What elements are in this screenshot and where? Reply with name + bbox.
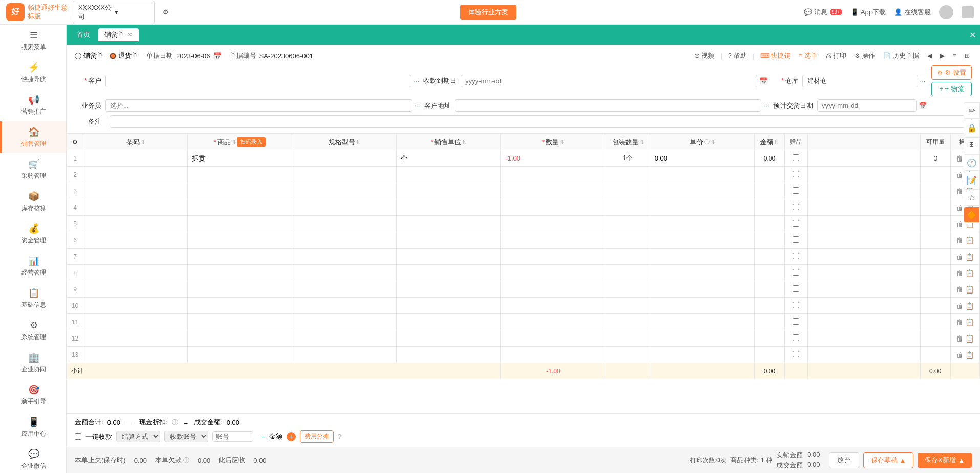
row-barcode[interactable]	[83, 183, 188, 199]
row-barcode[interactable]	[83, 265, 188, 281]
row-unit[interactable]	[397, 330, 501, 347]
row-barcode[interactable]	[83, 281, 188, 298]
row-gift[interactable]	[785, 314, 808, 330]
float-star[interactable]: ☆	[964, 189, 980, 206]
sidebar-item-guide[interactable]: 🎯 新手引导	[0, 379, 66, 411]
delete-icon[interactable]: 🗑	[956, 351, 963, 359]
company-selector[interactable]: XXXXXX公司 ▾	[73, 1, 155, 24]
delete-icon[interactable]: 🗑	[956, 154, 963, 163]
row-spec[interactable]	[292, 183, 397, 199]
sidebar-item-marketing[interactable]: 📢 营销推广	[0, 89, 66, 121]
copy-icon[interactable]: 📋	[965, 236, 974, 244]
radio-return[interactable]: 退货单	[110, 51, 138, 60]
row-price[interactable]	[650, 265, 754, 281]
row-qty[interactable]	[501, 347, 605, 363]
row-qty[interactable]	[501, 265, 605, 281]
row-amount[interactable]	[754, 232, 784, 249]
row-barcode[interactable]	[83, 347, 188, 363]
nav-next-btn[interactable]: ▶	[938, 51, 947, 60]
row-unit[interactable]	[397, 314, 501, 330]
row-unit[interactable]	[397, 232, 501, 249]
row-qty[interactable]	[501, 199, 605, 216]
online-service-button[interactable]: 👤 在线客服	[894, 8, 931, 17]
row-product[interactable]	[188, 216, 292, 232]
copy-icon[interactable]: 📋	[965, 269, 974, 277]
row-pack-qty[interactable]	[605, 232, 650, 249]
row-price[interactable]	[650, 167, 754, 183]
row-gift[interactable]	[785, 183, 808, 199]
row-barcode[interactable]	[83, 216, 188, 232]
setting-button[interactable]: ⚙ ⚙ 设置	[931, 65, 972, 80]
help-btn[interactable]: ? 帮助	[726, 50, 749, 61]
float-clock[interactable]: 🕐	[964, 154, 980, 171]
sidebar-item-enterprise[interactable]: 🏢 企业协同	[0, 347, 66, 379]
row-amount[interactable]	[754, 281, 784, 298]
row-amount[interactable]	[754, 216, 784, 232]
row-barcode[interactable]	[83, 150, 188, 167]
row-spec[interactable]	[292, 199, 397, 216]
row-gift[interactable]	[785, 347, 808, 363]
salesperson-input[interactable]	[105, 99, 412, 112]
row-spec[interactable]	[292, 330, 397, 347]
operations-btn[interactable]: ⚙ 操作	[853, 50, 877, 61]
th-settings[interactable]: ⚙	[67, 134, 83, 150]
row-unit[interactable]	[397, 347, 501, 363]
copy-icon[interactable]: 📋	[965, 318, 974, 326]
row-price[interactable]	[650, 232, 754, 249]
row-qty[interactable]	[501, 314, 605, 330]
row-qty[interactable]	[501, 330, 605, 347]
delete-icon[interactable]: 🗑	[956, 253, 963, 261]
row-unit[interactable]	[397, 216, 501, 232]
nav-prev-btn[interactable]: ◀	[925, 51, 934, 60]
row-product[interactable]	[188, 330, 292, 347]
print-btn[interactable]: 🖨 打印	[823, 50, 848, 61]
row-unit[interactable]	[397, 265, 501, 281]
expected-delivery-input[interactable]	[817, 99, 917, 112]
row-qty[interactable]	[501, 232, 605, 249]
float-action[interactable]: 🔶	[964, 207, 980, 223]
row-qty[interactable]	[501, 167, 605, 183]
row-product[interactable]	[188, 281, 292, 298]
row-pack-qty[interactable]	[605, 167, 650, 183]
row-gift[interactable]	[785, 281, 808, 298]
account-dots-icon[interactable]: ···	[259, 433, 265, 440]
row-unit[interactable]	[397, 167, 501, 183]
row-gift[interactable]	[785, 249, 808, 265]
row-amount[interactable]	[754, 347, 784, 363]
row-spec[interactable]	[292, 281, 397, 298]
salesperson-dots-icon[interactable]: ···	[415, 102, 420, 109]
row-pack-qty[interactable]	[605, 314, 650, 330]
row-qty[interactable]	[501, 249, 605, 265]
row-product[interactable]	[188, 183, 292, 199]
row-barcode[interactable]	[83, 167, 188, 183]
radio-sale[interactable]: 销货单	[75, 51, 103, 60]
row-gift[interactable]	[785, 298, 808, 314]
row-pack-qty[interactable]	[605, 249, 650, 265]
row-unit[interactable]	[397, 183, 501, 199]
row-pack-qty[interactable]: 1个	[605, 150, 650, 167]
trial-button[interactable]: 体验行业方案	[460, 5, 516, 20]
abandon-button[interactable]: 放弃	[829, 452, 859, 468]
row-amount[interactable]	[754, 298, 784, 314]
sidebar-item-app-center[interactable]: 📱 应用中心	[0, 411, 66, 443]
sidebar-item-purchase[interactable]: 🛒 采购管理	[0, 153, 66, 186]
sidebar-item-wechat[interactable]: 💬 企业微信	[0, 443, 66, 473]
row-pack-qty[interactable]	[605, 281, 650, 298]
row-amount[interactable]	[754, 167, 784, 183]
row-spec[interactable]	[292, 216, 397, 232]
row-amount[interactable]	[754, 265, 784, 281]
row-gift[interactable]	[785, 167, 808, 183]
row-barcode[interactable]	[83, 298, 188, 314]
row-price[interactable]	[650, 150, 754, 167]
addr-dots-icon[interactable]: ···	[764, 102, 769, 109]
row-qty[interactable]	[501, 183, 605, 199]
discount-info-icon[interactable]: ⓘ	[172, 418, 178, 427]
row-barcode[interactable]	[83, 199, 188, 216]
row-amount[interactable]	[754, 330, 784, 347]
account-input[interactable]	[212, 431, 253, 442]
delete-icon[interactable]: 🗑	[956, 285, 963, 294]
row-qty[interactable]	[501, 150, 605, 167]
row-spec[interactable]	[292, 232, 397, 249]
topbar-gear-icon[interactable]: ⚙	[159, 5, 173, 19]
row-unit[interactable]	[397, 281, 501, 298]
